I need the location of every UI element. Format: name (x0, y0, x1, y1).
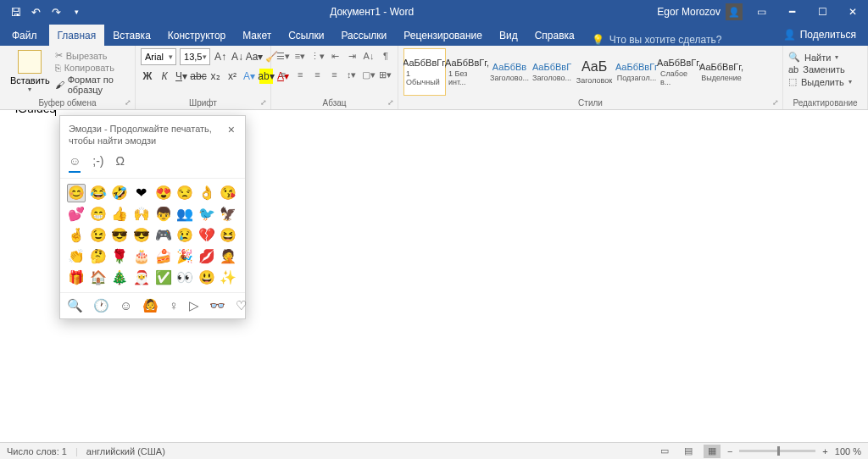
emoji-cell[interactable]: 😃 (198, 268, 216, 287)
emoji-cell[interactable]: 😢 (175, 226, 194, 245)
style-item[interactable]: АаБбВвЗаголово... (488, 48, 531, 96)
tab-insert[interactable]: Вставка (104, 25, 159, 46)
emoji-category-icon[interactable]: ♡ (236, 298, 247, 313)
tab-layout[interactable]: Макет (234, 25, 280, 46)
font-size-combo[interactable]: 13,5 (180, 48, 210, 65)
align-left-icon[interactable]: ≡ (276, 67, 290, 82)
zoom-out-icon[interactable]: − (727, 446, 732, 456)
emoji-cell[interactable]: 😒 (175, 184, 194, 202)
emoji-cell[interactable]: 👍 (110, 205, 129, 224)
tab-references[interactable]: Ссылки (280, 25, 332, 46)
tellme-search[interactable]: 💡 Что вы хотите сделать? (592, 34, 722, 46)
format-painter-button[interactable]: 🖌Формат по образцу (55, 75, 130, 95)
style-item[interactable]: АаБбВвГг,1 Обычный (403, 48, 446, 96)
zoom-in-icon[interactable]: + (822, 446, 827, 456)
redo-icon[interactable]: ↷ (46, 2, 66, 22)
emoji-cell[interactable]: 🎉 (175, 247, 194, 266)
emoji-cell[interactable]: 🌹 (110, 247, 129, 266)
document-text[interactable]: iGuides (15, 110, 56, 116)
style-item[interactable]: АаБЗаголовок (573, 48, 615, 96)
underline-icon[interactable]: Ч▾ (175, 69, 188, 84)
avatar-icon[interactable]: 👤 (726, 3, 743, 20)
emoji-category-icon[interactable]: ☺ (120, 298, 132, 313)
grow-font-icon[interactable]: A↑ (214, 49, 227, 64)
qat-customize-icon[interactable]: ▾ (66, 2, 86, 22)
bold-icon[interactable]: Ж (141, 69, 154, 84)
emoji-cell[interactable]: 😁 (89, 205, 108, 224)
styles-gallery[interactable]: АаБбВвГг,1 ОбычныйАаБбВвГг,1 Без инт...А… (403, 48, 777, 96)
style-item[interactable]: АаБбВвГгПодзагол... (615, 48, 658, 96)
align-right-icon[interactable]: ≡ (310, 67, 324, 82)
emoji-cell[interactable]: 👥 (175, 205, 194, 224)
emoji-category-icon[interactable]: 🔍 (67, 298, 83, 313)
emoji-category-icon[interactable]: ♀ (169, 298, 178, 313)
dec-indent-icon[interactable]: ⇤ (328, 48, 342, 64)
shading-icon[interactable]: ▢▾ (362, 67, 376, 82)
tab-home[interactable]: Главная (49, 25, 105, 46)
emoji-cell[interactable]: 🍰 (154, 247, 173, 266)
emoji-cell[interactable]: 🙌 (132, 205, 151, 224)
copy-button[interactable]: ⎘Копировать (55, 63, 130, 73)
tab-view[interactable]: Вид (491, 25, 526, 46)
paragraph-launcher-icon[interactable]: ⤢ (387, 98, 394, 107)
save-icon[interactable]: 🖫 (5, 2, 25, 22)
numbering-icon[interactable]: ≡▾ (293, 48, 307, 64)
strike-icon[interactable]: abc (192, 69, 205, 84)
emoji-cell[interactable]: 💕 (67, 205, 86, 224)
cut-button[interactable]: ✂Вырезать (55, 50, 130, 61)
close-icon[interactable]: ✕ (837, 0, 868, 24)
text-effects-icon[interactable]: A▾ (242, 69, 256, 84)
emoji-category-icon[interactable]: 👓 (209, 298, 225, 313)
tab-design[interactable]: Конструктор (159, 25, 234, 46)
close-icon[interactable]: × (226, 123, 236, 136)
font-name-combo[interactable]: Arial (141, 48, 176, 65)
emoji-cell[interactable]: ❤ (132, 184, 151, 202)
emoji-cell[interactable]: 🏠 (89, 268, 108, 287)
tab-review[interactable]: Рецензирование (395, 25, 491, 46)
justify-icon[interactable]: ≡ (327, 67, 341, 82)
emoji-cell[interactable]: 😂 (89, 184, 108, 202)
web-layout-icon[interactable]: ▦ (704, 445, 721, 458)
superscript-icon[interactable]: x² (225, 69, 239, 84)
emoji-category-icon[interactable]: 🙆 (142, 298, 159, 313)
user-area[interactable]: Egor Morozov 👤 (657, 3, 746, 20)
change-case-icon[interactable]: Aa▾ (248, 49, 261, 64)
emoji-cell[interactable]: 👌 (198, 184, 216, 202)
align-center-icon[interactable]: ≡ (293, 67, 307, 82)
style-item[interactable]: АаБбВвГЗаголово... (531, 48, 573, 96)
style-item[interactable]: АаБбВвГг,1 Без инт... (446, 48, 488, 96)
emoji-cell[interactable]: 😘 (219, 184, 237, 202)
emoji-cell[interactable]: 🤦 (219, 247, 237, 266)
share-button[interactable]: 👤 Поделиться (771, 24, 868, 46)
line-spacing-icon[interactable]: ↕▾ (345, 67, 359, 82)
emoji-cell[interactable]: 🎁 (67, 268, 86, 287)
zoom-level[interactable]: 100 % (835, 446, 861, 456)
word-count[interactable]: Число слов: 1 (7, 446, 67, 456)
undo-icon[interactable]: ↶ (25, 2, 46, 22)
paste-button[interactable]: Вставить ▾ (5, 48, 55, 95)
select-button[interactable]: ⬚Выделить▾ (788, 76, 862, 87)
replace-button[interactable]: abЗаменить (788, 64, 862, 75)
emoji-cell[interactable]: 😊 (67, 184, 86, 202)
borders-icon[interactable]: ⊞▾ (379, 67, 392, 82)
emoji-cell[interactable]: 😎 (110, 226, 129, 245)
italic-icon[interactable]: К (158, 69, 171, 84)
emoji-cell[interactable]: 🎮 (154, 226, 173, 245)
emoji-cell[interactable]: 🐦 (198, 205, 216, 224)
shrink-font-icon[interactable]: A↓ (231, 49, 244, 64)
emoji-cell[interactable]: 🎄 (110, 268, 129, 287)
find-button[interactable]: 🔍Найти▾ (788, 52, 862, 63)
emoji-cell[interactable]: 👦 (154, 205, 173, 224)
emoji-cell[interactable]: 🤣 (110, 184, 129, 202)
emoji-tab-kaomoji[interactable]: ;-) (92, 154, 103, 173)
tab-file[interactable]: Файл (0, 25, 49, 46)
emoji-cell[interactable]: 🤞 (67, 226, 86, 245)
ribbon-options-icon[interactable]: ▭ (746, 0, 776, 24)
show-marks-icon[interactable]: ¶ (379, 48, 392, 64)
minimize-icon[interactable]: ━ (776, 0, 807, 24)
style-item[interactable]: АаБбВвГг,Выделение (700, 48, 743, 96)
bullets-icon[interactable]: ☰▾ (276, 48, 290, 64)
print-layout-icon[interactable]: ▤ (680, 445, 697, 458)
maximize-icon[interactable]: ☐ (807, 0, 837, 24)
emoji-category-icon[interactable]: 🕐 (93, 298, 109, 313)
